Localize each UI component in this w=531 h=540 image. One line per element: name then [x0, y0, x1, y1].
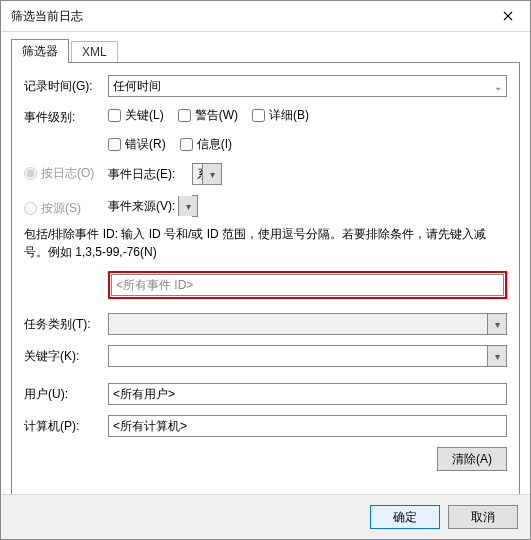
- clear-button[interactable]: 清除(A): [437, 447, 507, 471]
- filter-panel: 记录时间(G): 任何时间 ⌄ 事件级别: 关键(L) 警告(W) 详细(B): [11, 63, 520, 494]
- radio-by-log: 按日志(O): [24, 165, 108, 182]
- chevron-down-icon: ▾: [178, 196, 197, 216]
- tab-filter[interactable]: 筛选器: [11, 39, 69, 63]
- chk-warning-box[interactable]: [178, 109, 191, 122]
- chk-verbose[interactable]: 详细(B): [252, 107, 309, 124]
- radio-by-source: 按源(S): [24, 200, 108, 217]
- label-event-level: 事件级别:: [24, 107, 108, 126]
- radio-by-source-input: [24, 202, 37, 215]
- event-source-select[interactable]: ▾: [192, 195, 198, 217]
- label-event-log: 事件日志(E):: [108, 166, 192, 183]
- chk-info-box[interactable]: [180, 138, 193, 151]
- chevron-down-icon: ▾: [487, 314, 506, 334]
- dialog-footer: 确定 取消: [1, 494, 530, 539]
- chk-critical[interactable]: 关键(L): [108, 107, 164, 124]
- log-time-select[interactable]: 任何时间 ⌄: [108, 75, 507, 97]
- label-task-category: 任务类别(T):: [24, 316, 108, 333]
- chk-error[interactable]: 错误(R): [108, 136, 166, 153]
- label-computer: 计算机(P):: [24, 418, 108, 435]
- event-id-input[interactable]: [111, 274, 504, 296]
- level-checkboxes: 关键(L) 警告(W) 详细(B) 错误(R) 信息(I): [108, 107, 507, 153]
- dialog-window: 筛选当前日志 筛选器 XML 记录时间(G): 任何时间 ⌄ 事件级别:: [0, 0, 531, 540]
- event-id-highlight: [108, 271, 507, 299]
- chk-info[interactable]: 信息(I): [180, 136, 232, 153]
- chk-critical-box[interactable]: [108, 109, 121, 122]
- log-time-value: 任何时间: [113, 78, 161, 95]
- keywords-select[interactable]: ▾: [108, 345, 507, 367]
- task-category-select[interactable]: ▾: [108, 313, 507, 335]
- label-keywords: 关键字(K):: [24, 348, 108, 365]
- ok-button[interactable]: 确定: [370, 505, 440, 529]
- user-input[interactable]: [108, 383, 507, 405]
- window-title: 筛选当前日志: [11, 8, 485, 25]
- cancel-button[interactable]: 取消: [448, 505, 518, 529]
- tab-xml[interactable]: XML: [71, 41, 118, 62]
- dialog-body: 筛选器 XML 记录时间(G): 任何时间 ⌄ 事件级别: 关键(L) 警: [1, 32, 530, 494]
- chk-verbose-box[interactable]: [252, 109, 265, 122]
- titlebar: 筛选当前日志: [1, 1, 530, 32]
- label-user: 用户(U):: [24, 386, 108, 403]
- chevron-down-icon: ▾: [202, 164, 221, 184]
- computer-input[interactable]: [108, 415, 507, 437]
- chk-error-box[interactable]: [108, 138, 121, 151]
- tab-strip: 筛选器 XML: [11, 40, 520, 63]
- chevron-down-icon: ▾: [487, 346, 506, 366]
- label-log-time: 记录时间(G):: [24, 78, 108, 95]
- event-id-help: 包括/排除事件 ID: 输入 ID 号和/或 ID 范围，使用逗号分隔。若要排除…: [24, 225, 507, 261]
- close-icon: [503, 11, 513, 21]
- chk-warning[interactable]: 警告(W): [178, 107, 238, 124]
- close-button[interactable]: [485, 1, 530, 31]
- event-log-select[interactable]: 系统 ▾: [192, 163, 222, 185]
- radio-by-log-input: [24, 167, 37, 180]
- chevron-down-icon: ⌄: [494, 81, 502, 92]
